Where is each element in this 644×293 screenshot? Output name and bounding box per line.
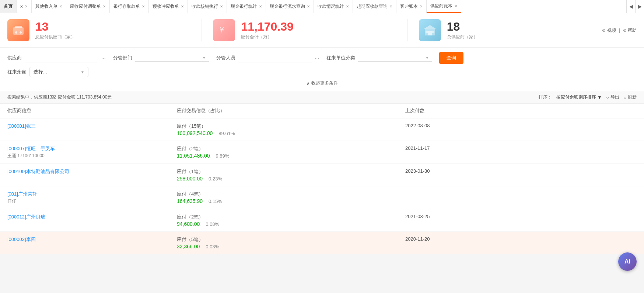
person-filter-label: 分管人员 [216, 55, 235, 61]
transaction-amount-5: 94,600.00 [177, 221, 200, 227]
transaction-info-5: 应付（2笔） 94,600.00 0.08% [177, 214, 405, 227]
close-icon[interactable]: ✕ [25, 4, 28, 8]
transaction-info-4: 应付（4笔） 164,635.90 0.15% [177, 191, 405, 204]
money-icon: ¥ [213, 19, 235, 41]
supplier-link-6[interactable]: [000002]李四 [7, 237, 36, 242]
close-icon[interactable]: ✕ [181, 4, 184, 8]
transaction-info-2: 应付（2笔） 11,051,486.00 9.89% [177, 145, 405, 159]
total-suppliers-label: 总供应商（家） [447, 34, 478, 40]
nav-tab-bank-deposit[interactable]: 银行存取款单 ✕ [110, 0, 149, 13]
tab-3-label: 3 [20, 4, 23, 9]
summary-divider-1 [202, 19, 202, 41]
close-icon[interactable]: ✕ [346, 4, 349, 8]
category-filter-label: 往来单位分类 [326, 55, 355, 61]
supplier-link-1[interactable]: [000001]张三 [7, 123, 36, 129]
search-button[interactable]: 查询 [439, 52, 463, 64]
help-link[interactable]: ⊙ 帮助 [623, 27, 637, 34]
supplier-link-5[interactable]: [000012]广州贝瑞 [7, 214, 45, 220]
close-icon[interactable]: ✕ [420, 4, 423, 8]
dept-select[interactable]: ▼ [135, 54, 209, 62]
refresh-button[interactable]: ○ 刷新 [624, 94, 637, 100]
svg-point-3 [20, 31, 22, 34]
supplier-info-5: [000012]广州贝瑞 [7, 214, 177, 220]
transaction-info-1: 应付（15笔） 100,092,540.00 89.61% [177, 123, 405, 136]
nav-tab-ar-ap-adjust[interactable]: 应收应付调整单 ✕ [66, 0, 110, 13]
filter-row-1: 供应商 ··· 分管部门 ▼ 分管人员 ··· 往来单位分类 ▼ 查询 [7, 52, 637, 64]
nav-tab-cash-flow[interactable]: 现金银行流水查询 ✕ [266, 0, 314, 13]
last-payment-date-5: 2021-03-25 [405, 214, 430, 219]
transaction-amount-row-5: 94,600.00 0.08% [177, 221, 405, 227]
filter-row-2: 往来余额 选择... ▼ [7, 67, 637, 77]
nav-tab-other-income[interactable]: 其他收入单 ✕ [32, 0, 66, 13]
nav-arrows: ◀ ▶ [626, 0, 644, 13]
table-row: [001]广州荣轩 仔仔 应付（4笔） 164,635.90 0.15% [0, 186, 644, 209]
collapse-btn-label: 收起更多条件 [311, 80, 338, 86]
table-row: [000001]张三 应付（15笔） 100,092,540.00 89.61%… [0, 118, 644, 141]
transaction-label-4: 应付（4笔） [177, 191, 405, 197]
nav-tab-receipt-stat[interactable]: 收款情况统计 ✕ [314, 0, 353, 13]
tab-cash-flow-label: 现金银行流水查询 [270, 3, 305, 10]
summary-card-3-info: 18 总供应商（家） [447, 21, 478, 40]
nav-tab-customer-book[interactable]: 客户账本 ✕ [396, 0, 427, 13]
filter-person: 分管人员 ··· [216, 54, 319, 62]
nav-tab-supplier-book[interactable]: 供应商账本 ✕ [427, 0, 461, 13]
summary-section: 13 总应付供应商（家） ¥ 11,170.39 应付合计（万） 18 [0, 13, 644, 48]
total-payable-amount: 11,170.39 [241, 21, 293, 32]
tab-cash-stat-label: 现金银行统计 [231, 3, 257, 10]
person-dots-icon[interactable]: ··· [315, 55, 319, 61]
category-select[interactable]: ▼ [358, 54, 432, 62]
export-btn-label: 导出 [610, 94, 619, 100]
close-icon[interactable]: ✕ [103, 4, 106, 8]
transaction-amount-row-1: 100,092,540.00 89.61% [177, 130, 405, 136]
nav-tab-cash-stat[interactable]: 现金银行统计 ✕ [227, 0, 266, 13]
close-icon[interactable]: ✕ [259, 4, 262, 8]
supplier-dots-icon[interactable]: ··· [101, 55, 106, 61]
nav-tab-3[interactable]: 3 ✕ [17, 0, 32, 13]
video-link[interactable]: ⊙ 视频 [602, 27, 616, 34]
dept-filter-label: 分管部门 [113, 55, 132, 61]
sort-select[interactable]: 按应付余额倒序排序 ▼ [556, 94, 602, 100]
payable-suppliers-label: 总应付供应商（家） [35, 34, 75, 40]
person-input[interactable] [238, 54, 312, 62]
export-button[interactable]: ○ 导出 [606, 94, 619, 100]
balance-select[interactable]: 选择... ▼ [29, 67, 88, 77]
balance-select-text: 选择... [34, 69, 47, 75]
nav-tab-overdue[interactable]: 超期应收款查询 ✕ [353, 0, 396, 13]
svg-rect-0 [13, 27, 24, 35]
transaction-percent-5: 0.08% [206, 221, 219, 227]
supplier-input[interactable] [25, 54, 98, 62]
nav-next-button[interactable]: ▶ [635, 0, 644, 13]
nav-prev-button[interactable]: ◀ [626, 0, 635, 13]
col-header-last-payment: 上次付数 [405, 107, 637, 114]
last-payment-date-1: 2022-08-08 [405, 123, 430, 128]
refresh-btn-label: 刷新 [628, 94, 637, 100]
payable-suppliers-count: 13 [35, 21, 75, 32]
table-header: 供应商信息 应付交易信息（占比） 上次付数 [0, 104, 644, 118]
nav-tab-home[interactable]: 首页 [0, 0, 17, 13]
supplier-info-6: [000002]李四 [7, 236, 177, 243]
sort-label: 排序： [539, 94, 552, 100]
supplier-link-2[interactable]: [000007]恒旺二手叉车 [7, 146, 55, 151]
filter-balance: 往来余额 选择... ▼ [7, 67, 88, 77]
supplier-link-4[interactable]: [001]广州荣轩 [7, 191, 37, 197]
col-header-transaction: 应付交易信息（占比） [177, 107, 405, 114]
close-icon[interactable]: ✕ [59, 4, 62, 8]
close-icon[interactable]: ✕ [307, 4, 310, 8]
last-payment-date-3: 2023-01-30 [405, 168, 430, 174]
close-icon[interactable]: ✕ [454, 4, 457, 8]
close-icon[interactable]: ✕ [142, 4, 145, 8]
nav-tab-payment-exec[interactable]: 收款核销执行 ✕ [188, 0, 227, 13]
tab-ar-ap-label: 应收应付调整单 [70, 3, 101, 10]
svg-text:¥: ¥ [219, 25, 224, 34]
close-icon[interactable]: ✕ [220, 4, 223, 8]
tab-overdue-label: 超期应收款查询 [357, 3, 388, 10]
nav-tab-advance[interactable]: 预收冲应收单 ✕ [149, 0, 188, 13]
category-dropdown-icon: ▼ [425, 56, 429, 60]
svg-rect-8 [426, 31, 428, 33]
tab-advance-label: 预收冲应收单 [153, 3, 179, 10]
close-icon[interactable]: ✕ [389, 4, 392, 8]
collapse-button[interactable]: ∧ 收起更多条件 [7, 80, 637, 86]
supplier-sub-4: 仔仔 [7, 198, 177, 204]
transaction-amount-1: 100,092,540.00 [177, 130, 213, 136]
supplier-link-3[interactable]: [000100]本特勤油品有限公司 [7, 169, 69, 174]
